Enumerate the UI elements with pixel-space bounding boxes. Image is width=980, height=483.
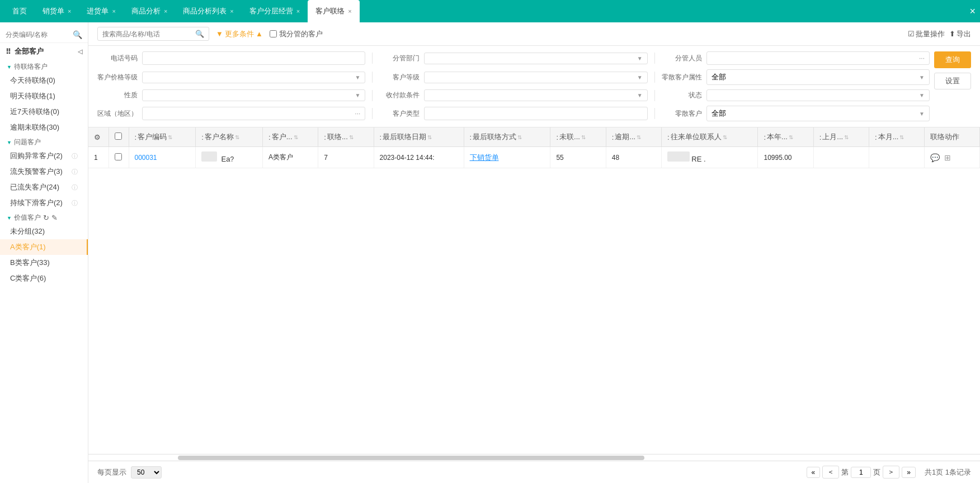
sidebar-all-customers[interactable]: ⠿ 全部客户 ◁ — [0, 43, 88, 60]
group-problem-customers[interactable]: 问题客户 — [0, 135, 88, 148]
status-select[interactable]: ▼ — [706, 89, 930, 101]
nav-sales-order[interactable]: 销货单 × — [35, 0, 79, 22]
collapse-icon: ◁ — [78, 48, 82, 55]
customer-avatar — [201, 151, 217, 162]
row-checkbox[interactable] — [115, 153, 122, 160]
nav-customer-stratified[interactable]: 客户分层经营 × — [242, 0, 308, 22]
last-page-btn[interactable]: » — [902, 467, 916, 478]
payment-field: 收付款条件 ▼ — [379, 89, 647, 101]
th-name[interactable]: :客户名称⇅ — [196, 127, 263, 147]
th-overdue[interactable]: :逾期...⇅ — [606, 127, 661, 147]
next-page-btn[interactable]: ＞ — [883, 466, 899, 479]
sidebar-item-c-customers[interactable]: C类客户(6) — [0, 271, 88, 286]
nature-arrow-icon: ▼ — [355, 92, 360, 98]
sidebar-item-a-customers[interactable]: A类客户(1) — [0, 239, 88, 255]
sidebar-item-repurchase-abnormal[interactable]: 回购异常客户(2) ⓘ — [0, 148, 88, 164]
page-number-input[interactable] — [851, 467, 871, 478]
gear-icon[interactable]: ⚙ — [94, 133, 101, 141]
th-gear[interactable]: ⚙ — [88, 127, 109, 147]
phone-field: 电话号码 — [97, 51, 365, 65]
manager-field: 分管人员 ··· — [662, 51, 930, 65]
nav-product-analysis[interactable]: 商品分析 × — [124, 0, 175, 22]
customer-type-input[interactable] — [424, 107, 647, 120]
row-last-method[interactable]: 下销货单 — [464, 147, 550, 168]
retail-customer-field: 零散客户 全部 ▼ — [662, 106, 930, 121]
sidebar-item-churned[interactable]: 已流失客户(24) ⓘ — [0, 179, 88, 195]
th-this-year[interactable]: :本年...⇅ — [758, 127, 813, 147]
th-not-contact[interactable]: :未联...⇅ — [550, 127, 606, 147]
payment-select[interactable]: ▼ — [424, 89, 647, 101]
retail-attr-field: 零散客户属性 全部 ▼ — [662, 69, 930, 85]
row-not-contact: 55 — [550, 147, 606, 168]
row-code[interactable]: 000031 — [129, 147, 196, 168]
th-type[interactable]: :客户...⇅ — [263, 127, 318, 147]
nav-customer-contact[interactable]: 客户联络 × — [308, 0, 359, 22]
retail-customer-select[interactable]: 全部 ▼ — [706, 106, 930, 121]
sidebar-item-tomorrow[interactable]: 明天待联络(1) — [0, 88, 88, 104]
qrcode-icon[interactable]: ⊞ — [944, 153, 951, 162]
region-dots[interactable]: ··· — [142, 107, 365, 120]
th-this-month[interactable]: :本月...⇅ — [869, 127, 925, 147]
nav-product-analysis-list[interactable]: 商品分析列表 × — [175, 0, 241, 22]
sort-last-method-icon: ⇅ — [517, 134, 522, 140]
dept-select[interactable]: ▼ — [424, 53, 647, 64]
th-contact-person[interactable]: :往来单位联系人⇅ — [661, 127, 757, 147]
close-product-analysis-icon[interactable]: × — [164, 8, 167, 15]
close-customer-contact-icon[interactable]: × — [348, 8, 351, 15]
info-icon-churned: ⓘ — [72, 183, 78, 192]
group-pending-contact[interactable]: 待联络客户 — [0, 60, 88, 73]
th-code[interactable]: :客户编码⇅ — [129, 127, 196, 147]
checkbox-icon: ☑ — [908, 30, 915, 38]
filter-row-4: 区域（地区） ··· 客户类型 零散客户 全部 — [97, 106, 930, 121]
export-btn[interactable]: ⬆ 导出 — [949, 29, 971, 39]
phone-input[interactable] — [142, 51, 365, 65]
sidebar-item-ungrouped[interactable]: 未分组(32) — [0, 224, 88, 239]
payment-arrow-icon: ▼ — [637, 92, 643, 98]
close-purchase-order-icon[interactable]: × — [112, 8, 115, 15]
per-page-select[interactable]: 50 100 200 — [131, 466, 162, 479]
nav-home[interactable]: 首页 — [4, 0, 35, 22]
retail-attr-select[interactable]: 全部 ▼ — [706, 69, 930, 85]
manager-dots[interactable]: ··· — [706, 51, 930, 65]
sidebar-search-input[interactable] — [6, 31, 73, 39]
sort-contact-person-icon: ⇅ — [723, 134, 727, 140]
close-product-analysis-list-icon[interactable]: × — [230, 8, 233, 15]
horizontal-scrollbar[interactable] — [88, 454, 980, 461]
sidebar-item-churn-warning[interactable]: 流失预警客户(3) ⓘ — [0, 164, 88, 179]
search-input[interactable] — [102, 30, 195, 38]
edit-icon[interactable]: ✎ — [51, 214, 58, 222]
close-customer-stratified-icon[interactable]: × — [296, 8, 300, 15]
my-customers-checkbox[interactable] — [270, 30, 277, 37]
close-sales-order-icon[interactable]: × — [68, 8, 71, 15]
row-contact: 7 — [318, 147, 374, 168]
nav-purchase-order[interactable]: 进货单 × — [79, 0, 123, 22]
setting-button[interactable]: 设置 — [934, 73, 971, 89]
chat-icon[interactable]: 💬 — [930, 153, 940, 162]
sidebar-item-today[interactable]: 今天待联络(0) — [0, 73, 88, 88]
filter-row-2: 客户价格等级 ▼ 客户等级 ▼ — [97, 69, 930, 85]
th-last-date[interactable]: :最后联络日期⇅ — [374, 127, 464, 147]
batch-operation-btn[interactable]: ☑ 批量操作 — [908, 29, 945, 39]
refresh-icon[interactable]: ↻ — [43, 214, 49, 222]
sidebar-item-7days[interactable]: 近7天待联络(0) — [0, 104, 88, 120]
sidebar-item-declining[interactable]: 持续下滑客户(2) ⓘ — [0, 195, 88, 211]
close-all-button[interactable]: × — [969, 6, 976, 17]
th-last-month[interactable]: :上月...⇅ — [813, 127, 869, 147]
nature-select[interactable]: ▼ — [142, 89, 365, 101]
customer-grade-select[interactable]: ▼ — [424, 72, 647, 83]
more-conditions-btn[interactable]: ▼ 更多条件 ▲ — [216, 29, 263, 39]
sidebar-item-overdue[interactable]: 逾期未联络(30) — [0, 120, 88, 135]
search-container: 🔍 — [97, 27, 209, 41]
first-page-btn[interactable]: « — [807, 467, 821, 478]
dept-arrow-icon: ▼ — [637, 55, 643, 61]
select-all-checkbox[interactable] — [115, 132, 122, 140]
th-last-method[interactable]: :最后联络方式⇅ — [464, 127, 550, 147]
prev-page-btn[interactable]: ＜ — [822, 466, 839, 479]
row-last-month — [813, 147, 869, 168]
th-contact[interactable]: :联络...⇅ — [318, 127, 374, 147]
query-button[interactable]: 查询 — [934, 51, 971, 68]
price-grade-select[interactable]: ▼ — [142, 72, 365, 83]
sidebar-item-b-customers[interactable]: B类客户(33) — [0, 255, 88, 271]
filter-icon: ▼ — [216, 30, 223, 38]
group-value-customers[interactable]: 价值客户 ↻ ✎ — [0, 211, 88, 224]
